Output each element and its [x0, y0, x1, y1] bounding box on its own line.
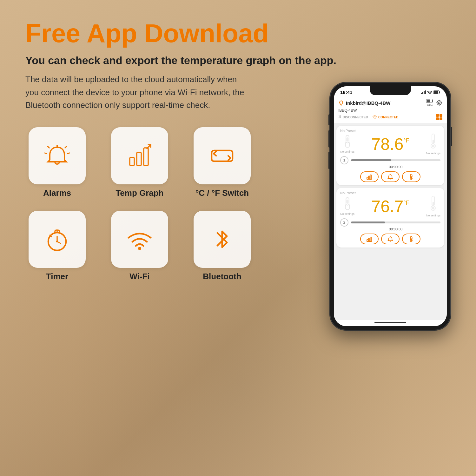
status-time: 18:41: [340, 89, 352, 95]
probe2-actions: [340, 234, 440, 244]
probe1-brush-icon: [343, 135, 352, 149]
probe1-timer: 00:00:00: [351, 165, 440, 169]
svg-point-24: [340, 101, 343, 104]
probe-card-1: No Preset: [336, 126, 444, 185]
svg-rect-51: [411, 176, 412, 178]
home-bar: [334, 320, 447, 326]
svg-rect-42: [433, 140, 434, 144]
probe2-graph-button[interactable]: [360, 234, 379, 244]
svg-line-4: [68, 153, 69, 154]
bluetooth-icon-box: [194, 211, 251, 268]
feature-bluetooth: Bluetooth: [190, 211, 254, 281]
probe1-thermo-icon: [429, 133, 437, 150]
power-button: [451, 127, 452, 146]
battery-display: 67%: [426, 99, 433, 107]
svg-point-60: [432, 207, 434, 209]
probe1-graph-button[interactable]: [360, 171, 379, 182]
probe1-actions: [340, 171, 440, 182]
svg-rect-59: [433, 202, 434, 206]
volume-down-button: [328, 152, 330, 169]
svg-rect-28: [427, 100, 430, 102]
signal-icon: [421, 90, 426, 94]
probe2-number: 2: [340, 218, 348, 227]
header-icons: 67%: [426, 99, 442, 107]
page-description: The data will be uploaded to the cloud a…: [25, 73, 248, 111]
probes-list: No Preset: [334, 123, 447, 320]
feature-wifi: Wi-Fi: [108, 211, 171, 281]
svg-rect-46: [370, 175, 372, 179]
svg-line-8: [147, 145, 151, 149]
probe2-temperature: 76.7 °F: [371, 198, 409, 215]
app-header: Inkbird@IBBQ-4BW 67%: [334, 96, 447, 123]
page-title: Free App Download: [25, 19, 451, 48]
svg-point-15: [56, 241, 58, 242]
timer-label: Timer: [46, 272, 68, 281]
device-model: IBBQ-4BW: [338, 108, 357, 113]
svg-line-3: [45, 153, 47, 154]
svg-point-30: [438, 102, 440, 104]
svg-point-16: [138, 247, 141, 250]
wifi-connection: CONNECTED: [373, 115, 398, 119]
status-icons: [421, 90, 440, 94]
alarms-icon-box: [29, 127, 86, 184]
feature-temp-graph: Temp Graph: [108, 127, 171, 198]
volume-up-button: [328, 130, 330, 148]
feature-alarms: Alarms: [25, 127, 89, 198]
features-grid: Alarms Temp Graph: [25, 127, 248, 281]
mute-button: [328, 114, 330, 125]
cf-switch-label: °C / °F Switch: [195, 188, 249, 198]
probe1-alarm-button[interactable]: [381, 171, 400, 182]
wifi-label: Wi-Fi: [129, 272, 149, 281]
svg-line-2: [65, 146, 67, 148]
alarms-label: Alarms: [43, 188, 71, 198]
probe1-preset: No Preset: [340, 129, 356, 133]
probe2-settings-right: No settings: [426, 214, 440, 217]
probe2-alarm-button[interactable]: [381, 234, 400, 244]
feature-timer: Timer: [25, 211, 89, 281]
probe1-number: 1: [340, 156, 348, 164]
connection-row: DISCONNECTED CONNECTED: [338, 114, 442, 120]
svg-rect-18: [422, 92, 423, 94]
wifi-icon-box: [111, 211, 168, 268]
alarm-icon: [43, 142, 71, 170]
svg-rect-63: [370, 237, 372, 241]
svg-rect-19: [424, 91, 425, 94]
phone-mockup: 18:41: [330, 83, 451, 330]
bulb-icon: [338, 100, 344, 106]
home-indicator: [374, 322, 406, 323]
svg-rect-62: [368, 238, 370, 241]
svg-rect-7: [144, 148, 148, 166]
cf-switch-icon-box: [194, 127, 251, 184]
svg-rect-23: [434, 91, 438, 94]
probe1-temp-button[interactable]: [402, 171, 420, 182]
svg-rect-45: [368, 176, 370, 179]
svg-rect-6: [137, 152, 141, 166]
svg-point-35: [374, 119, 375, 119]
svg-point-29: [437, 101, 441, 105]
svg-point-43: [432, 145, 434, 147]
settings-icon[interactable]: [436, 100, 442, 106]
svg-line-1: [48, 146, 49, 148]
svg-point-52: [411, 178, 412, 179]
bluetooth-icon: [208, 225, 236, 254]
probe1-progress-fill: [351, 159, 391, 161]
temp-graph-label: Temp Graph: [116, 188, 163, 198]
svg-rect-20: [425, 90, 426, 94]
probe1-progress-bar: [351, 159, 440, 161]
battery-status-icon: [433, 90, 440, 94]
probe2-temp-button[interactable]: [402, 234, 420, 244]
svg-rect-61: [367, 240, 368, 241]
probe2-brush-icon: [343, 197, 352, 211]
bluetooth-label: Bluetooth: [203, 272, 241, 281]
wifi-status-icon: [427, 90, 432, 94]
feature-cf-switch: °C / °F Switch: [190, 127, 254, 198]
device-name: Inkbird@IBBQ-4BW: [346, 100, 390, 106]
svg-point-69: [411, 240, 412, 241]
probe2-progress-fill: [351, 221, 385, 223]
phone-screen: 18:41: [334, 86, 447, 326]
timer-icon: [43, 225, 71, 254]
grid-view-icon[interactable]: [436, 114, 442, 120]
svg-rect-17: [421, 93, 422, 94]
page-subtitle: You can check and export the temperature…: [25, 53, 451, 67]
svg-rect-68: [411, 238, 412, 240]
